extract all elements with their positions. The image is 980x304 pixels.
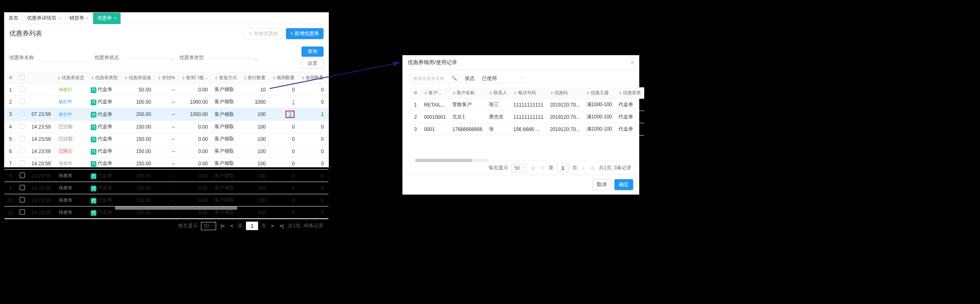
col-gear[interactable]: ⚙: [410, 87, 421, 99]
col-contact[interactable]: ▲▼联系人: [486, 87, 510, 99]
table-row[interactable]: 614 23:59已终止代代金券150.00--0.00客户领取10000↗▦: [4, 145, 328, 158]
subject: 满1000-100: [583, 99, 616, 111]
first-page-button[interactable]: |<: [219, 223, 226, 229]
col-type[interactable]: ▲▼优惠券类型: [87, 72, 121, 84]
col-code[interactable]: ▲▼优惠码: [547, 87, 583, 99]
last-page-button[interactable]: >|: [589, 165, 596, 171]
modal-horizontal-scrollbar[interactable]: [415, 159, 489, 162]
row-number: 6: [4, 145, 16, 158]
col-cust-no[interactable]: ▲▼客户...: [421, 87, 449, 99]
row-use: 0: [298, 158, 327, 170]
table-row[interactable]: 914 23:59待发布代代金券150.00--0.00客户领取10000↗▦: [4, 182, 328, 194]
next-page-button[interactable]: >: [580, 165, 586, 171]
row-checkbox[interactable]: [20, 87, 25, 92]
row-actions: ↗▦: [327, 84, 328, 96]
table-row[interactable]: 1待执行代代金券50.00--0.00客户领取1000↗▦: [4, 84, 328, 96]
claim-count-link[interactable]: 1: [292, 99, 295, 105]
tab-sales[interactable]: 销货单×: [65, 13, 93, 24]
row-claim: 0: [269, 121, 298, 133]
page-input[interactable]: [557, 164, 569, 172]
prev-page-button[interactable]: <: [540, 165, 545, 171]
row-face: 200.00: [121, 108, 154, 121]
type: 代金券: [615, 123, 644, 135]
per-page-select[interactable]: 50﹀: [201, 222, 216, 230]
col-discount[interactable]: ▲▼折扣%: [154, 72, 179, 84]
issue-coupon-button[interactable]: ⇪发放优惠券: [244, 28, 283, 39]
col-issue[interactable]: ▲▼发行数量: [240, 72, 269, 84]
row-checkbox[interactable]: [20, 185, 25, 190]
row-time: 14 23:59: [28, 182, 54, 194]
voucher-icon: 代: [91, 186, 96, 191]
tab-coupon[interactable]: 优惠券×: [93, 13, 121, 24]
row-checkbox[interactable]: [20, 124, 25, 129]
table-row[interactable]: 1RETAIL...零散客户张三111111111112019120:70...…: [410, 99, 644, 111]
coupon-status-select[interactable]: ﹀: [121, 57, 174, 59]
next-page-button[interactable]: >: [270, 223, 275, 229]
row-checkbox[interactable]: [20, 160, 25, 166]
modal-status-select[interactable]: 已使用 ﹀: [480, 74, 525, 83]
row-checkbox[interactable]: [20, 209, 25, 215]
table-row[interactable]: 414 23:59已过期代代金券150.00--0.00客户领取10000↗▦: [4, 121, 328, 133]
modal-search-input[interactable]: 搜索优惠券名称 🔍: [410, 74, 459, 83]
col-face[interactable]: ▲▼优惠券面值: [121, 72, 154, 84]
page-input[interactable]: [246, 222, 258, 230]
coupon-type-select[interactable]: ﹀: [206, 57, 259, 59]
claim-count-link[interactable]: 3: [286, 111, 295, 118]
horizontal-scrollbar[interactable]: [115, 206, 237, 210]
col-cust-name[interactable]: ▲▼客户名称: [449, 87, 485, 99]
col-subject[interactable]: ▲▼优惠主题: [583, 87, 616, 99]
add-coupon-button[interactable]: + 新增优惠券: [286, 28, 324, 39]
per-page-select[interactable]: 50﹀: [511, 164, 527, 172]
col-phone[interactable]: ▲▼电话号码: [510, 87, 547, 99]
col-claim[interactable]: ▲▼领用数量: [269, 72, 298, 84]
col-gear[interactable]: ⚙: [4, 72, 16, 84]
checkbox-all[interactable]: [20, 75, 25, 80]
row-checkbox[interactable]: [20, 148, 25, 153]
modal-status-label: 状态: [465, 75, 475, 82]
coupon-name-input[interactable]: [36, 53, 89, 62]
close-icon[interactable]: ×: [58, 16, 61, 20]
row-actions: ↗▦: [327, 158, 328, 170]
row-issue: 100: [240, 206, 269, 219]
col-status[interactable]: ▲▼优惠券状态: [54, 72, 87, 84]
tab-label: 优惠券详情页: [27, 15, 56, 22]
table-row[interactable]: 3000117666666666张156 6666 …2019120:70...…: [410, 123, 644, 135]
row-checkbox[interactable]: [20, 111, 25, 116]
table-header-row: ⚙ ▲▼优惠券状态 ▲▼优惠券类型 ▲▼优惠券面值 ▲▼折扣% ▲▼使用门槛..…: [4, 72, 328, 84]
search-button[interactable]: 查询: [301, 47, 324, 57]
first-page-button[interactable]: |<: [530, 165, 537, 171]
row-checkbox[interactable]: [20, 136, 25, 141]
row-status: 待发布: [54, 158, 87, 170]
col-type[interactable]: ▲▼优惠券类: [615, 87, 644, 99]
table-row[interactable]: 307 23:59执行中代代金券200.00--1000.00客户领取10031…: [4, 108, 328, 121]
row-use: 0: [298, 84, 327, 96]
col-threshold[interactable]: ▲▼使用门槛...: [179, 72, 211, 84]
last-page-button[interactable]: >|: [278, 223, 285, 229]
tab-home[interactable]: 首页: [4, 13, 23, 24]
prev-page-button[interactable]: <: [229, 223, 234, 229]
close-icon[interactable]: ×: [631, 59, 634, 66]
close-icon[interactable]: ×: [114, 16, 116, 20]
row-checkbox[interactable]: [20, 197, 25, 202]
table-row[interactable]: 514 23:59已过期代代金券150.00--0.00客户领取10000↗▦: [4, 133, 328, 145]
row-status: 待发布: [54, 194, 87, 206]
col-use[interactable]: ▲▼使用数量: [298, 72, 327, 84]
tab-detail[interactable]: 优惠券详情页×: [23, 13, 65, 24]
row-checkbox[interactable]: [20, 99, 25, 104]
table-row[interactable]: 1014 23:59待发布代代金券150.00--0.00客户领取10000↗▦: [4, 194, 328, 206]
col-checkbox[interactable]: [16, 72, 28, 84]
row-number: 4: [4, 121, 16, 133]
table-row[interactable]: 2执行中代代金券100.00--1000.00客户领取100010↗▦: [4, 96, 328, 108]
confirm-button[interactable]: 确定: [614, 179, 633, 190]
table-row[interactable]: 814 23:59待发布代代金券150.00--0.00客户领取10000↗▦: [4, 170, 328, 182]
table-row[interactable]: 714 23:59待发布代代金券150.00--0.00客户领取10000↗▦: [4, 158, 328, 170]
usage-record-modal: 优惠券领用/使用记录 × 搜索优惠券名称 🔍 状态 已使用 ﹀ ⚙ ▲▼客户..…: [402, 55, 639, 195]
table-row[interactable]: 200010001北京1唐先生111111111112019120:70...满…: [410, 111, 644, 123]
cancel-button[interactable]: 取消: [592, 179, 611, 190]
row-number: 1: [410, 99, 421, 111]
row-checkbox[interactable]: [20, 173, 25, 178]
close-icon[interactable]: ×: [86, 16, 89, 20]
filter-type: 优惠券类型 ﹀: [179, 54, 259, 61]
col-method[interactable]: ▲▼发放方式: [211, 72, 240, 84]
settings-button[interactable]: 设置: [301, 58, 324, 69]
